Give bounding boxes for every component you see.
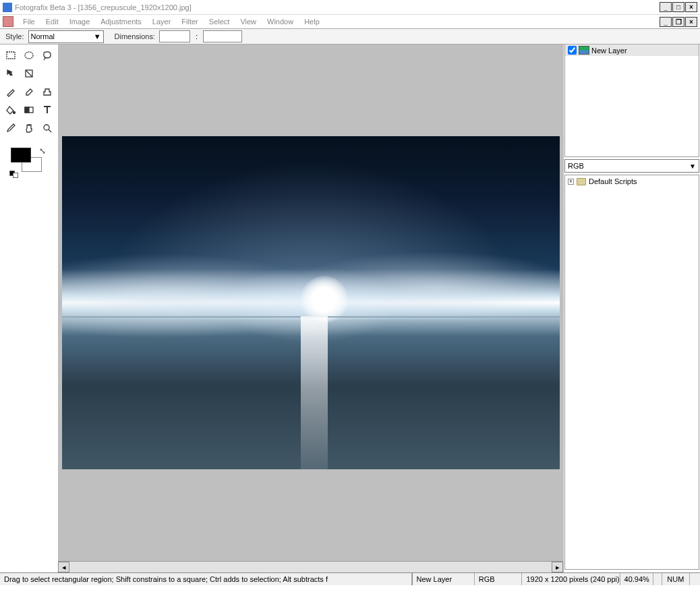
- chevron-down-icon: ▼: [689, 162, 696, 170]
- minimize-button[interactable]: _: [660, 2, 672, 12]
- status-numlock: NUM: [662, 573, 690, 585]
- empty-tool-slot: [38, 65, 56, 82]
- menu-layer[interactable]: Layer: [147, 16, 177, 27]
- layer-name: New Layer: [591, 47, 627, 55]
- color-swatches: ⤡: [5, 145, 53, 185]
- document-viewport[interactable]: [58, 45, 563, 561]
- move-tool[interactable]: [2, 65, 20, 82]
- mdi-minimize-button[interactable]: _: [660, 17, 672, 27]
- dimensions-label: Dimensions:: [115, 32, 156, 40]
- hand-tool[interactable]: [20, 119, 38, 137]
- crop-tool[interactable]: [20, 65, 38, 82]
- mdi-restore-button[interactable]: ❐: [672, 17, 684, 27]
- svg-point-3: [13, 112, 16, 114]
- color-mode-value: RGB: [568, 162, 584, 170]
- tree-expand-icon[interactable]: +: [568, 179, 574, 185]
- mdi-doc-icon: [3, 16, 13, 27]
- layer-row[interactable]: New Layer: [565, 45, 699, 56]
- main-area: ⤡ ◂ ▸ New Layer: [0, 45, 700, 572]
- toolbox: ⤡: [0, 45, 58, 572]
- eraser-tool[interactable]: [20, 83, 38, 100]
- menu-filter[interactable]: Filter: [176, 16, 203, 27]
- style-select[interactable]: Normal ▼: [28, 30, 104, 43]
- text-tool[interactable]: [38, 101, 56, 119]
- script-tree-root[interactable]: + Default Scripts: [568, 177, 696, 185]
- close-button[interactable]: ×: [685, 2, 697, 12]
- script-root-label: Default Scripts: [589, 177, 637, 185]
- style-label: Style:: [5, 32, 24, 40]
- default-colors-icon[interactable]: [9, 171, 19, 177]
- menu-adjustments[interactable]: Adjustments: [95, 16, 147, 27]
- swap-colors-icon[interactable]: ⤡: [39, 146, 46, 156]
- menu-image[interactable]: Image: [64, 16, 96, 27]
- svg-rect-0: [7, 52, 15, 59]
- scroll-track[interactable]: [69, 562, 552, 572]
- ellipse-select-tool[interactable]: [20, 47, 38, 64]
- right-panel-dock: New Layer RGB ▼ + Default Scripts: [563, 45, 700, 572]
- status-bar: Drag to select rectangular region; Shift…: [0, 572, 700, 585]
- menu-select[interactable]: Select: [204, 16, 235, 27]
- zoom-tool[interactable]: [38, 119, 56, 137]
- dimension-separator: :: [194, 32, 199, 40]
- menu-bar: File Edit Image Adjustments Layer Filter…: [0, 15, 700, 28]
- window-controls: _ □ ×: [660, 2, 697, 12]
- svg-rect-5: [25, 107, 29, 113]
- menu-window[interactable]: Window: [262, 16, 299, 27]
- status-dimensions: 1920 x 1200 pixels (240 ppi): [522, 573, 620, 585]
- status-spacer: [653, 573, 662, 585]
- fill-tool[interactable]: [2, 101, 20, 119]
- status-active-layer: New Layer: [412, 573, 475, 585]
- svg-point-6: [44, 125, 49, 130]
- scripts-panel: + Default Scripts: [564, 175, 699, 570]
- maximize-button[interactable]: □: [672, 2, 684, 12]
- gradient-tool[interactable]: [20, 101, 38, 119]
- app-icon: [3, 3, 12, 12]
- eyedropper-tool[interactable]: [2, 119, 20, 137]
- folder-icon: [577, 178, 586, 185]
- svg-point-1: [25, 52, 33, 59]
- scroll-right-icon[interactable]: ▸: [552, 562, 563, 572]
- lasso-tool[interactable]: [38, 47, 56, 64]
- menu-help[interactable]: Help: [299, 16, 325, 27]
- layers-panel: New Layer: [564, 45, 699, 157]
- status-hint: Drag to select rectangular region; Shift…: [0, 573, 412, 585]
- brush-tool[interactable]: [2, 83, 20, 100]
- options-bar: Style: Normal ▼ Dimensions: :: [0, 28, 700, 45]
- horizontal-scrollbar[interactable]: ◂ ▸: [58, 561, 563, 572]
- resize-grip-icon[interactable]: [690, 573, 700, 585]
- color-mode-select[interactable]: RGB ▼: [564, 159, 699, 173]
- clone-stamp-tool[interactable]: [38, 83, 56, 100]
- chevron-down-icon: ▼: [94, 32, 101, 40]
- dimension-height-input[interactable]: [203, 30, 242, 42]
- title-bar: Fotografix Beta 3 - [1356_crepuscule_192…: [0, 0, 700, 15]
- status-zoom: 40.94%: [620, 573, 653, 585]
- scroll-left-icon[interactable]: ◂: [58, 562, 69, 572]
- mdi-close-button[interactable]: ×: [685, 17, 697, 27]
- rectangle-select-tool[interactable]: [2, 47, 20, 64]
- foreground-color[interactable]: [11, 148, 31, 162]
- document-image[interactable]: [62, 136, 560, 469]
- dimension-width-input[interactable]: [159, 30, 190, 42]
- menu-view[interactable]: View: [235, 16, 262, 27]
- canvas-viewport: ◂ ▸: [58, 45, 563, 572]
- menu-edit[interactable]: Edit: [40, 16, 64, 27]
- mdi-window-controls: _ ❐ ×: [660, 17, 697, 27]
- window-title: Fotografix Beta 3 - [1356_crepuscule_192…: [15, 3, 660, 11]
- layer-visibility-checkbox[interactable]: [568, 46, 577, 55]
- layer-thumbnail-icon: [579, 46, 589, 55]
- status-color-mode: RGB: [475, 573, 523, 585]
- style-value: Normal: [31, 32, 55, 40]
- menu-file[interactable]: File: [18, 16, 40, 27]
